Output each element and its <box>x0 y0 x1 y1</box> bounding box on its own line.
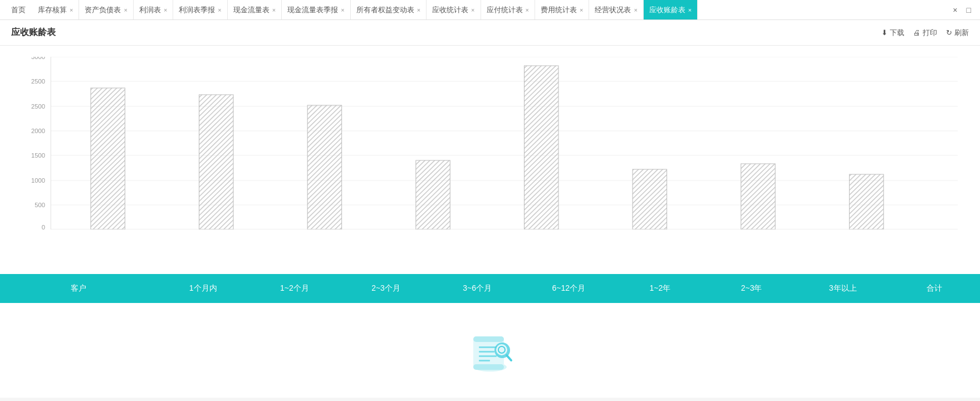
empty-state <box>0 303 980 398</box>
close-profit-quarterly-icon[interactable]: × <box>218 7 221 13</box>
close-operations-icon[interactable]: × <box>634 7 637 13</box>
tab-profit-quarterly[interactable]: 利润表季报 × <box>173 0 227 20</box>
svg-line-36 <box>507 355 511 360</box>
tab-balance[interactable]: 资产负债表 × <box>79 0 133 20</box>
header-actions: ⬇ 下载 🖨 打印 ↻ 刷新 <box>881 28 969 38</box>
print-button[interactable]: 🖨 打印 <box>913 28 937 38</box>
bar-2-3年 <box>741 164 775 229</box>
svg-rect-28 <box>473 336 504 342</box>
tab-ar-stats[interactable]: 应收统计表 × <box>427 0 481 20</box>
tab-operations[interactable]: 经营状况表 × <box>589 0 643 20</box>
th-2-3year: 2~3年 <box>706 283 797 294</box>
tab-expense-stats[interactable]: 费用统计表 × <box>535 0 589 20</box>
close-balance-icon[interactable]: × <box>124 7 127 13</box>
window-close-icon[interactable]: × <box>950 4 959 16</box>
bar-1-2月 <box>199 95 233 229</box>
tab-ap-stats[interactable]: 应付统计表 × <box>481 0 535 20</box>
bar-2-3月 <box>307 105 341 229</box>
close-cashflow-icon[interactable]: × <box>272 7 276 13</box>
tab-inventory[interactable]: 库存核算 × <box>32 0 79 20</box>
table-header: 客户 1个月内 1~2个月 2~3个月 3~6个月 6~12个月 1~2年 2~… <box>0 274 980 303</box>
download-button[interactable]: ⬇ 下载 <box>881 28 904 38</box>
th-1month: 1个月内 <box>158 283 249 294</box>
empty-icon <box>462 325 518 375</box>
window-maximize-icon[interactable]: □ <box>964 4 973 16</box>
th-1-2year: 1~2年 <box>614 283 705 294</box>
tab-cashflow[interactable]: 现金流量表 × <box>228 0 282 20</box>
close-expense-stats-icon[interactable]: × <box>580 7 583 13</box>
tab-profit[interactable]: 利润表 × <box>134 0 173 20</box>
tab-cashflow-quarterly[interactable]: 现金流量表季报 × <box>282 0 350 20</box>
tab-ar-aging[interactable]: 应收账龄表 × <box>644 0 698 20</box>
svg-rect-33 <box>479 360 490 361</box>
svg-text:500: 500 <box>35 202 45 208</box>
svg-text:2500: 2500 <box>31 103 45 110</box>
th-total: 合计 <box>889 283 980 294</box>
bar-1-2年 <box>633 169 667 229</box>
page-header: 应收账龄表 ⬇ 下载 🖨 打印 ↻ 刷新 <box>0 20 980 46</box>
refresh-icon: ↻ <box>946 28 952 37</box>
download-icon: ⬇ <box>881 28 888 37</box>
close-cashflow-quarterly-icon[interactable]: × <box>341 7 344 13</box>
tab-home[interactable]: 首页 <box>4 5 32 15</box>
th-3year-plus: 3年以上 <box>797 283 889 294</box>
svg-text:2500: 2500 <box>31 78 45 85</box>
bar-chart: 3000 2500 2500 2000 1500 1000 500 0 1月内 … <box>22 57 958 229</box>
svg-rect-31 <box>479 351 494 353</box>
svg-rect-32 <box>479 355 497 357</box>
th-2-3month: 2~3个月 <box>340 283 432 294</box>
bar-3-6月 <box>416 160 450 229</box>
print-icon: 🖨 <box>913 28 920 37</box>
close-inventory-icon[interactable]: × <box>70 7 73 13</box>
close-ar-aging-icon[interactable]: × <box>688 7 692 13</box>
svg-text:0: 0 <box>42 224 45 229</box>
close-ar-stats-icon[interactable]: × <box>471 7 474 13</box>
svg-rect-29 <box>473 364 504 370</box>
close-ap-stats-icon[interactable]: × <box>526 7 529 13</box>
refresh-button[interactable]: ↻ 刷新 <box>946 28 969 38</box>
th-1-2month: 1~2个月 <box>249 283 340 294</box>
tab-equity[interactable]: 所有者权益变动表 × <box>351 0 427 20</box>
chart-area: 3000 2500 2500 2000 1500 1000 500 0 1月内 … <box>0 46 980 274</box>
th-6-12month: 6~12个月 <box>523 283 614 294</box>
main-content: 3000 2500 2500 2000 1500 1000 500 0 1月内 … <box>0 46 980 398</box>
tab-bar-right: × □ <box>950 4 976 16</box>
bar-6-12月 <box>524 66 558 229</box>
tab-bar: 首页 库存核算 × 资产负债表 × 利润表 × 利润表季报 × 现金流量表 × … <box>0 0 980 20</box>
close-equity-icon[interactable]: × <box>417 7 420 13</box>
th-3-6month: 3~6个月 <box>432 283 523 294</box>
close-profit-icon[interactable]: × <box>164 7 167 13</box>
svg-text:3000: 3000 <box>31 57 45 60</box>
bar-3年以上 <box>849 174 883 229</box>
th-customer: 客户 <box>0 283 158 294</box>
svg-text:1000: 1000 <box>31 177 45 184</box>
page-title: 应收账龄表 <box>11 27 56 38</box>
svg-text:1500: 1500 <box>31 152 45 159</box>
svg-text:2000: 2000 <box>31 128 45 134</box>
bar-1月内 <box>91 88 125 229</box>
